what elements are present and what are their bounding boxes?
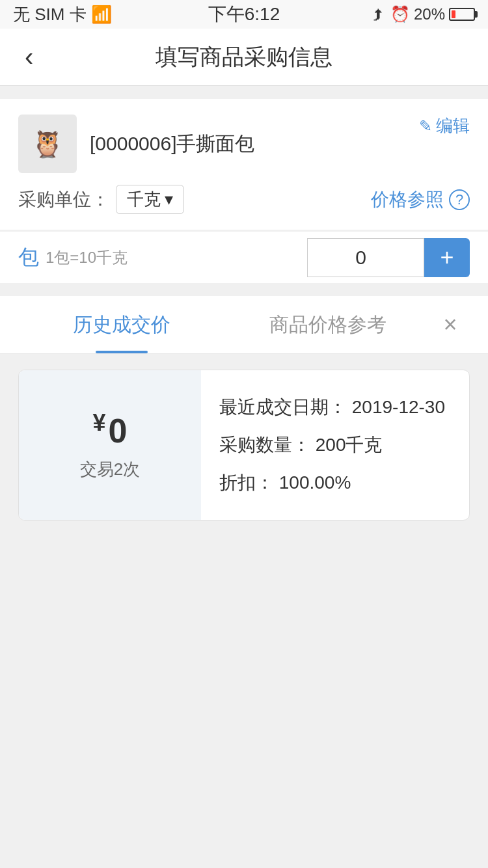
unit-conversion: 1包=10千克 xyxy=(46,247,128,268)
quantity-control: + xyxy=(307,238,470,277)
battery-icon xyxy=(449,8,475,21)
trade-detail-date: 最近成交日期： 2019-12-30 xyxy=(219,394,451,421)
price-ref-label: 价格参照 xyxy=(371,187,444,212)
trade-qty-value: 200千克 xyxy=(316,435,383,455)
back-button[interactable]: ‹ xyxy=(18,36,40,78)
bottom-area xyxy=(0,536,488,868)
location-icon: ⮭ xyxy=(371,5,386,23)
unit-badge: 包 xyxy=(18,243,39,272)
status-right: ⮭ ⏰ 20% xyxy=(371,5,475,23)
status-left: 无 SIM 卡 📶 xyxy=(13,3,112,26)
trade-times: 交易2次 xyxy=(80,458,140,481)
product-header: 🦉 [0000006]手撕面包 ✎ 编辑 xyxy=(18,115,470,173)
trade-detail-discount: 折扣： 100.00% xyxy=(219,469,451,496)
trade-price-value: 0 xyxy=(109,412,128,450)
page-title: 填写商品采购信息 xyxy=(156,42,332,72)
quantity-plus-button[interactable]: + xyxy=(424,238,470,277)
status-bar: 无 SIM 卡 📶 下午6:12 ⮭ ⏰ 20% xyxy=(0,0,488,29)
status-time: 下午6:12 xyxy=(208,2,280,27)
product-name: [0000006]手撕面包 xyxy=(90,131,254,157)
tab-history-price-label: 历史成交价 xyxy=(73,312,170,338)
trade-discount-value: 100.00% xyxy=(279,472,351,493)
edit-button[interactable]: ✎ 编辑 xyxy=(419,115,470,137)
tab-active-indicator xyxy=(96,351,148,353)
quantity-row: 包 1包=10千克 + xyxy=(0,231,488,283)
trade-price-section: ¥0 交易2次 xyxy=(19,370,201,520)
product-meta: 采购单位： 千克 ▾ 价格参照 ? xyxy=(18,185,470,214)
alarm-icon: ⏰ xyxy=(390,5,410,23)
battery-percent: 20% xyxy=(414,5,445,23)
tab-product-price-ref[interactable]: 商品价格参考 xyxy=(224,296,431,353)
purchase-unit: 采购单位： 千克 ▾ xyxy=(18,185,184,214)
dropdown-arrow-icon: ▾ xyxy=(165,189,173,210)
trade-details-section: 最近成交日期： 2019-12-30 采购数量： 200千克 折扣： 100.0… xyxy=(201,370,469,520)
quantity-input[interactable] xyxy=(307,238,424,277)
tab-close-button[interactable]: × xyxy=(431,296,470,353)
price-ref-button[interactable]: 价格参照 ? xyxy=(371,187,470,212)
trade-price-display: ¥0 xyxy=(93,409,128,450)
trade-detail-qty: 采购数量： 200千克 xyxy=(219,431,451,459)
trade-card: ¥0 交易2次 最近成交日期： 2019-12-30 采购数量： 200千克 折… xyxy=(18,370,470,521)
trade-qty-label: 采购数量： xyxy=(219,435,310,455)
edit-icon: ✎ xyxy=(419,117,432,135)
info-icon: ? xyxy=(449,189,470,210)
trade-discount-label: 折扣： xyxy=(219,472,274,493)
purchase-unit-label: 采购单位： xyxy=(18,187,109,212)
edit-label: 编辑 xyxy=(436,115,470,137)
nav-bar: ‹ 填写商品采购信息 xyxy=(0,29,488,86)
tab-history-price[interactable]: 历史成交价 xyxy=(18,296,224,353)
unit-select[interactable]: 千克 ▾ xyxy=(116,185,184,214)
product-icon: 🦉 xyxy=(31,129,64,159)
trade-date-label: 最近成交日期： xyxy=(219,397,347,417)
product-thumbnail: 🦉 xyxy=(18,115,77,173)
product-left: 🦉 [0000006]手撕面包 xyxy=(18,115,254,173)
tabs-bar: 历史成交价 商品价格参考 × xyxy=(0,296,488,354)
trade-date-value: 2019-12-30 xyxy=(352,397,445,417)
product-card: 🦉 [0000006]手撕面包 ✎ 编辑 采购单位： 千克 ▾ 价格参照 ? xyxy=(0,99,488,230)
currency-symbol: ¥ xyxy=(93,409,106,436)
tab-product-price-ref-label: 商品价格参考 xyxy=(269,312,386,338)
unit-label: 包 1包=10千克 xyxy=(18,243,128,272)
unit-value: 千克 xyxy=(127,188,161,211)
